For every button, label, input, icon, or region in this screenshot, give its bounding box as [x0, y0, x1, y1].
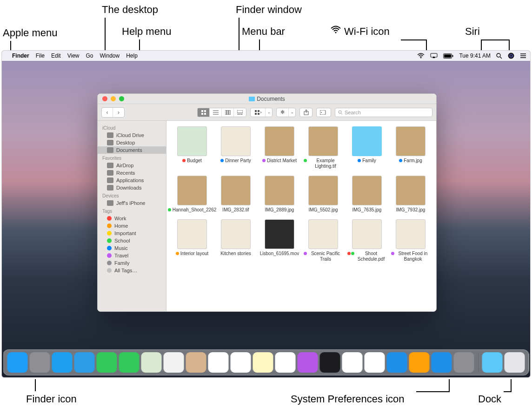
svg-rect-20	[225, 110, 226, 115]
finder-titlebar[interactable]: Documents	[98, 94, 436, 104]
file-item[interactable]: District Market	[259, 126, 299, 169]
menu-edit[interactable]: Edit	[51, 53, 61, 59]
share-button[interactable]	[299, 108, 313, 117]
dock-app-podcasts[interactable]	[298, 352, 318, 373]
file-item[interactable]: Interior layout	[172, 219, 212, 262]
file-label: Example Lighting.tif	[304, 158, 343, 169]
file-item[interactable]: IMG_7932.jpg	[391, 176, 431, 213]
file-label: IMG_2889.jpg	[265, 207, 294, 213]
file-label: Family	[358, 158, 376, 164]
file-item[interactable]: IMG_5502.jpg	[303, 176, 343, 213]
sidebar-item[interactable]: Music	[98, 244, 166, 252]
sidebar-item[interactable]: AirDrop	[98, 162, 166, 169]
file-item[interactable]: Scenic Pacific Trails	[303, 219, 343, 262]
dock-app-safari[interactable]	[52, 352, 73, 373]
svg-rect-4	[444, 54, 451, 58]
sidebar-item[interactable]: Home	[98, 222, 166, 230]
group-dropdown[interactable]: ⌄	[266, 108, 272, 117]
list-view-button[interactable]	[210, 108, 222, 117]
desktop: Finder File Edit View Go Window Help Tue…	[1, 50, 531, 378]
sidebar-item[interactable]: School	[98, 237, 166, 244]
dock	[3, 349, 529, 375]
file-item[interactable]: Family	[347, 126, 387, 169]
dock-app-facetime[interactable]	[97, 352, 117, 373]
annotation-dock: Dock	[478, 393, 501, 405]
group-button[interactable]	[251, 108, 266, 117]
file-item[interactable]: Example Lighting.tif	[303, 126, 343, 169]
dock-app-music[interactable]	[275, 352, 296, 373]
sidebar-label: Applications	[116, 177, 144, 183]
dock-app-news[interactable]	[342, 352, 363, 373]
file-item[interactable]: Dinner Party	[216, 126, 256, 169]
siri-icon[interactable]	[508, 53, 514, 59]
sidebar-item[interactable]: Family	[98, 259, 166, 267]
dock-app-finder[interactable]	[7, 352, 28, 373]
sidebar-item[interactable]: Jeff's iPhone	[98, 199, 166, 207]
notification-center-icon[interactable]	[520, 53, 526, 59]
file-label: Interior layout	[176, 251, 209, 256]
dock-app-numbers[interactable]	[365, 352, 385, 373]
sidebar-item[interactable]: Recents	[98, 169, 166, 177]
svg-rect-13	[201, 110, 203, 112]
app-menu[interactable]: Finder	[12, 53, 29, 59]
search-input[interactable]: Search	[335, 108, 432, 117]
file-item[interactable]: Farm.jpg	[391, 126, 431, 169]
file-item[interactable]: Street Food in Bangkok	[391, 219, 431, 262]
dock-app-calendar[interactable]	[208, 352, 229, 373]
dock-app-tv[interactable]	[320, 352, 340, 373]
sidebar-item[interactable]: iCloud Drive	[98, 131, 166, 139]
file-item[interactable]: Kitchen stories	[216, 219, 256, 262]
finder-content[interactable]: BudgetDinner PartyDistrict MarketExample…	[166, 121, 436, 311]
dock-app-reminders[interactable]	[231, 352, 251, 373]
tag-dot	[107, 253, 112, 258]
dock-app-mail[interactable]	[74, 352, 95, 373]
dock-app-contacts[interactable]	[186, 352, 206, 373]
dock-app-system-preferences[interactable]	[454, 352, 474, 373]
back-button[interactable]: ‹	[102, 108, 113, 117]
menu-go[interactable]: Go	[86, 53, 93, 59]
gallery-view-button[interactable]	[234, 108, 246, 117]
battery-icon[interactable]	[443, 53, 453, 59]
wifi-icon[interactable]	[417, 53, 425, 59]
dock-app-pages[interactable]	[409, 352, 430, 373]
file-item[interactable]: IMG_7635.jpg	[347, 176, 387, 213]
dock-app-launchpad[interactable]	[30, 352, 50, 373]
dock-app-photos[interactable]	[164, 352, 184, 373]
file-item[interactable]: IMG_2832.tif	[216, 176, 256, 213]
dock-downloads[interactable]	[482, 352, 503, 373]
sidebar-item[interactable]: Desktop	[98, 139, 166, 146]
tag-button[interactable]	[316, 108, 331, 117]
dock-app-notes[interactable]	[253, 352, 273, 373]
file-item[interactable]: IMG_2889.jpg	[259, 176, 299, 213]
dock-app-maps[interactable]	[141, 352, 162, 373]
action-dropdown[interactable]: ⌄	[289, 108, 295, 117]
airplay-icon[interactable]	[430, 53, 438, 59]
sidebar-item[interactable]: Downloads	[98, 184, 166, 191]
sidebar-item[interactable]: Important	[98, 230, 166, 237]
menu-window[interactable]: Window	[100, 53, 120, 59]
clock[interactable]: Tue 9:41 AM	[459, 53, 491, 59]
menu-file[interactable]: File	[36, 53, 45, 59]
file-item[interactable]: Shoot Schedule.pdf	[347, 219, 387, 262]
sidebar-item[interactable]: Applications	[98, 177, 166, 184]
forward-button[interactable]: ›	[113, 108, 124, 117]
dock-trash[interactable]	[505, 352, 525, 373]
spotlight-icon[interactable]	[496, 53, 502, 59]
sidebar-item[interactable]: Documents	[98, 146, 166, 154]
dock-app-messages[interactable]	[119, 352, 140, 373]
sidebar-item[interactable]: All Tags…	[98, 267, 166, 274]
sidebar-item[interactable]: Work	[98, 215, 166, 222]
file-item[interactable]: Hannah_Shoot_2262	[172, 176, 212, 213]
menu-view[interactable]: View	[67, 53, 80, 59]
column-view-button[interactable]	[222, 108, 234, 117]
dock-app-app-store[interactable]	[432, 352, 452, 373]
action-button[interactable]: ✻	[277, 108, 289, 117]
file-item[interactable]: Budget	[172, 126, 212, 169]
sidebar-heading: Favorites	[98, 154, 166, 162]
sidebar-item[interactable]: Travel	[98, 252, 166, 259]
dock-app-keynote[interactable]	[387, 352, 407, 373]
icon-view-button[interactable]	[198, 108, 210, 117]
menu-help[interactable]: Help	[126, 53, 138, 59]
file-item[interactable]: Lisbon_61695.mov	[259, 219, 299, 262]
file-label: Shoot Schedule.pdf	[347, 251, 386, 262]
